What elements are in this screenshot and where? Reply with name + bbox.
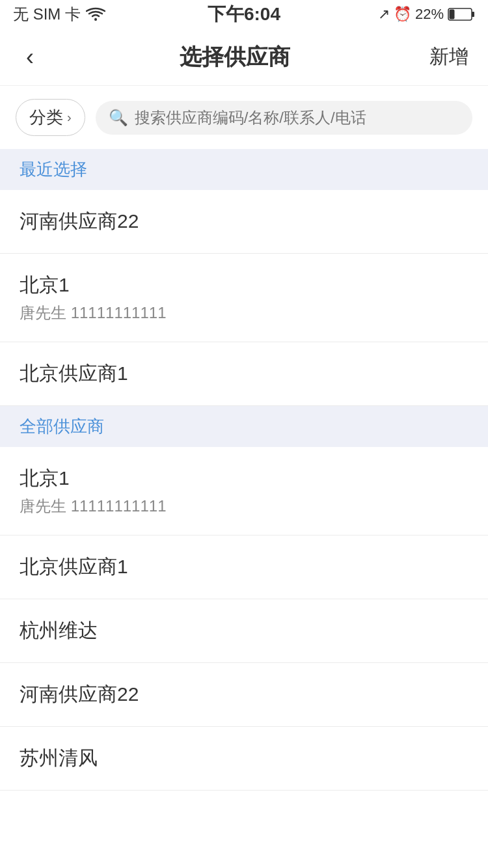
nav-bar: ‹ 选择供应商 新增 [0,29,488,86]
list-item[interactable]: 河南供应商22 [0,663,488,727]
battery-icon [448,7,475,21]
svg-point-0 [94,18,97,21]
item-name: 北京1 [20,272,468,299]
item-name: 北京供应商1 [20,554,468,580]
list-item[interactable]: 北京1 唐先生 11111111111 [0,447,488,536]
svg-rect-2 [472,12,474,17]
item-name: 北京供应商1 [20,360,468,387]
item-sub: 唐先生 11111111111 [20,303,468,323]
search-box: 🔍 [96,101,472,135]
add-button[interactable]: 新增 [429,44,468,70]
category-label: 分类 [29,106,63,129]
sim-text: 无 SIM 卡 [13,4,81,25]
chevron-right-icon: › [67,110,72,125]
item-name: 北京1 [20,465,468,492]
all-section-label: 全部供应商 [20,416,104,436]
status-time: 下午6:04 [208,2,280,27]
back-button[interactable]: ‹ [20,37,40,77]
direction-icon: ↗ [378,6,390,23]
all-list: 北京1 唐先生 11111111111北京供应商1 杭州维达 河南供应商22 苏… [0,447,488,791]
battery-text: 22% [415,6,444,23]
page-title: 选择供应商 [180,42,290,72]
recent-section-label: 最近选择 [20,159,87,179]
search-icon: 🔍 [109,109,128,127]
search-area: 分类 › 🔍 [0,86,488,149]
svg-rect-3 [450,10,455,20]
wifi-icon [86,7,105,21]
item-name: 河南供应商22 [20,208,468,235]
list-item[interactable]: 苏州清风 [0,727,488,791]
category-filter-button[interactable]: 分类 › [16,99,85,136]
recent-section-header: 最近选择 [0,149,488,190]
item-sub: 唐先生 11111111111 [20,496,468,517]
recent-list: 河南供应商22 北京1 唐先生 11111111111北京供应商1 [0,190,488,406]
item-name: 杭州维达 [20,617,468,644]
status-right: ↗ ⏰ 22% [378,6,475,23]
status-left: 无 SIM 卡 [13,4,105,25]
list-item[interactable]: 北京1 唐先生 11111111111 [0,254,488,342]
item-name: 河南供应商22 [20,681,468,708]
alarm-icon: ⏰ [394,6,411,23]
status-bar: 无 SIM 卡 下午6:04 ↗ ⏰ 22% [0,0,488,29]
list-item[interactable]: 北京供应商1 [0,536,488,599]
list-item[interactable]: 北京供应商1 [0,342,488,406]
list-item[interactable]: 河南供应商22 [0,190,488,254]
list-item[interactable]: 杭州维达 [0,599,488,663]
search-input[interactable] [135,109,459,127]
all-section-header: 全部供应商 [0,406,488,447]
item-name: 苏州清风 [20,745,468,772]
